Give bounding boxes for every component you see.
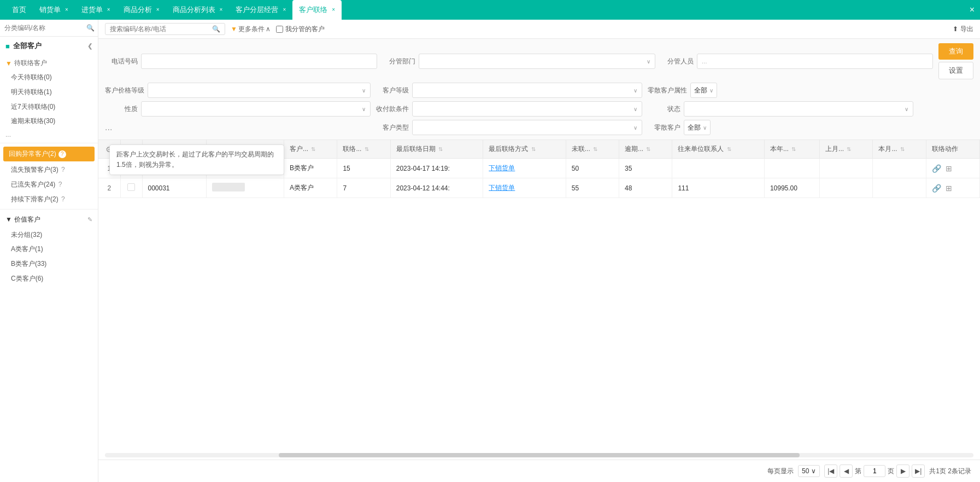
my-customers-checkbox-area[interactable]: 我分管的客户 bbox=[276, 25, 325, 34]
sort-uncontacted-icon[interactable]: ⇅ bbox=[593, 146, 597, 152]
main-layout: 🔍 ■ 全部客户 ❮ ▼ 待联络客户 今天待联络(0) 明天待联络(1) 近7天… bbox=[0, 20, 980, 482]
collapse-all-customers-icon[interactable]: ■ bbox=[5, 42, 10, 50]
last-contact-method-link-1[interactable]: 下销货单 bbox=[489, 164, 515, 172]
query-button[interactable]: 查询 bbox=[938, 43, 973, 60]
th-last-contact-method: 最后联络方式 ⇅ bbox=[483, 140, 566, 159]
sidebar-item-repurchase-abnormal[interactable]: 回购异常客户(2) ? bbox=[3, 147, 95, 161]
sidebar-item-a-class[interactable]: A类客户(1) bbox=[0, 242, 98, 257]
close-product-list-icon[interactable]: × bbox=[220, 0, 223, 20]
filter-search-icon[interactable]: 🔍 bbox=[212, 25, 220, 33]
pending-group-title[interactable]: ▼ 待联络客户 bbox=[0, 55, 98, 70]
sidebar-item-7days[interactable]: 近7天待联络(0) bbox=[0, 100, 98, 114]
action-icons-2: 🔗 ⊞ bbox=[932, 184, 974, 193]
row-2-checkbox[interactable] bbox=[127, 183, 135, 191]
close-all-tabs-button[interactable]: × bbox=[970, 5, 975, 15]
value-group-header[interactable]: ▼ 价值客户 ✎ bbox=[0, 212, 98, 228]
sidebar-item-already-lost[interactable]: 已流失客户(24) ? bbox=[0, 177, 98, 192]
export-button[interactable]: ⬆ 导出 bbox=[953, 25, 973, 34]
action-link-icon-2[interactable]: 🔗 bbox=[932, 184, 941, 193]
nav-customer-contact[interactable]: 客户联络 × bbox=[292, 0, 342, 20]
filter-payment-select[interactable]: ∨ bbox=[412, 101, 642, 117]
repurchase-info-icon[interactable]: ? bbox=[58, 150, 66, 158]
page-number-input[interactable] bbox=[864, 465, 885, 477]
td-last-contact-date-2: 2023-04-12 14:44: bbox=[390, 178, 483, 198]
action-grid-icon-2[interactable]: ⊞ bbox=[946, 184, 952, 193]
filter-search-input[interactable] bbox=[110, 25, 212, 33]
sort-last-month-icon[interactable]: ⇅ bbox=[847, 146, 851, 152]
sidebar-item-ungroup[interactable]: 未分组(32) bbox=[0, 228, 98, 242]
nav-sales[interactable]: 销货单 × bbox=[33, 0, 75, 20]
filter-more-btn[interactable]: ... bbox=[105, 123, 112, 132]
filter-sparse-customer-select[interactable]: 全部 ∨ bbox=[684, 120, 711, 135]
filter-dept-select[interactable]: ∨ bbox=[419, 54, 655, 69]
td-last-contact-method-1[interactable]: 下销货单 bbox=[483, 159, 566, 178]
last-contact-method-link-2[interactable]: 下销货单 bbox=[489, 184, 515, 191]
sort-contact-person-icon[interactable]: ⇅ bbox=[727, 146, 731, 152]
sidebar-item-today[interactable]: 今天待联络(0) bbox=[0, 70, 98, 85]
filter-phone-input-box[interactable] bbox=[141, 54, 377, 69]
close-customer-contact-icon[interactable]: × bbox=[332, 0, 335, 20]
sort-this-year-icon[interactable]: ⇅ bbox=[791, 146, 796, 152]
prev-page-button[interactable]: ◀ bbox=[840, 464, 853, 478]
nav-purchase[interactable]: 进货单 × bbox=[75, 0, 117, 20]
sort-this-month-icon[interactable]: ⇅ bbox=[900, 146, 905, 152]
fold-sidebar-icon[interactable]: ❮ bbox=[87, 43, 92, 50]
sidebar-search-icon[interactable]: 🔍 bbox=[86, 24, 95, 32]
first-page-button[interactable]: |◀ bbox=[824, 464, 837, 478]
sort-date-icon[interactable]: ⇅ bbox=[438, 146, 443, 152]
sidebar-item-overdue[interactable]: 逾期未联络(30) bbox=[0, 114, 98, 129]
content-area: 距客户上次交易时长，超过了此客户的平均交易周期的1.5倍，则视为异常。 🔍 ▼ … bbox=[98, 20, 980, 482]
nav-customer-layered[interactable]: 客户分层经营 × bbox=[229, 0, 292, 20]
name-placeholder-2 bbox=[212, 183, 245, 191]
sort-method-icon[interactable]: ⇅ bbox=[531, 146, 536, 152]
action-grid-icon-1[interactable]: ⊞ bbox=[946, 164, 952, 173]
th-overdue: 逾期... ⇅ bbox=[619, 140, 672, 159]
filter-nature-select[interactable]: ∨ bbox=[141, 101, 371, 117]
last-page-button[interactable]: ▶| bbox=[912, 464, 925, 478]
sidebar-item-c-class[interactable]: C类客户(6) bbox=[0, 271, 98, 286]
filter-customer-type-select[interactable]: ∨ bbox=[412, 120, 642, 135]
filter-price-level-select[interactable]: ∨ bbox=[148, 83, 371, 98]
filter-customer-level-select[interactable]: ∨ bbox=[412, 83, 642, 98]
nav-home[interactable]: 首页 bbox=[5, 0, 33, 20]
close-customer-layered-icon[interactable]: × bbox=[283, 0, 286, 20]
sidebar-item-b-class[interactable]: B类客户(33) bbox=[0, 257, 98, 271]
sidebar-item-lost-predicted[interactable]: 流失预警客户(3) ? bbox=[0, 162, 98, 177]
sort-overdue-icon[interactable]: ⇅ bbox=[646, 146, 650, 152]
filter-field-price-level: 客户价格等级 ∨ bbox=[105, 83, 371, 98]
close-product-analysis-icon[interactable]: × bbox=[156, 0, 160, 20]
filter-phone-input[interactable] bbox=[146, 57, 372, 65]
sidebar-item-continuous-down[interactable]: 持续下滑客户(2) ? bbox=[0, 192, 98, 207]
filter-nature-label: 性质 bbox=[105, 104, 138, 114]
more-pending-btn[interactable]: ... bbox=[0, 129, 98, 141]
filter-manager-input-box[interactable]: ... bbox=[697, 54, 933, 69]
tooltip-box: 距客户上次交易时长，超过了此客户的平均交易周期的1.5倍，则视为异常。 bbox=[109, 144, 284, 175]
td-last-contact-method-2[interactable]: 下销货单 bbox=[483, 178, 566, 198]
filter-status-select[interactable]: ∨ bbox=[684, 101, 913, 117]
scroll-thumb[interactable] bbox=[279, 453, 800, 457]
nav-product-list[interactable]: 商品分析列表 × bbox=[166, 0, 230, 20]
horizontal-scrollbar[interactable] bbox=[105, 453, 973, 457]
per-page-select[interactable]: 50 ∨ bbox=[798, 465, 820, 477]
filter-customer-type-label: 客户类型 bbox=[376, 123, 409, 132]
sort-contact-count-icon[interactable]: ⇅ bbox=[365, 146, 369, 152]
value-group-edit-icon[interactable]: ✎ bbox=[87, 216, 92, 223]
sidebar: 🔍 ■ 全部客户 ❮ ▼ 待联络客户 今天待联络(0) 明天待联络(1) 近7天… bbox=[0, 20, 98, 482]
nav-product-analysis[interactable]: 商品分析 × bbox=[117, 0, 166, 20]
filter-phone-label: 电话号码 bbox=[105, 57, 138, 66]
sort-type-icon[interactable]: ⇅ bbox=[311, 146, 315, 152]
filter-sparse-attr-select[interactable]: 全部 ∨ bbox=[690, 83, 717, 98]
sidebar-item-tomorrow[interactable]: 明天待联络(1) bbox=[0, 85, 98, 100]
next-page-button[interactable]: ▶ bbox=[896, 464, 909, 478]
th-last-month: 上月... ⇅ bbox=[820, 140, 873, 159]
close-purchase-icon[interactable]: × bbox=[107, 0, 110, 20]
my-customers-checkbox[interactable] bbox=[276, 26, 283, 33]
sidebar-search-input[interactable] bbox=[4, 24, 86, 32]
sparse-attr-chevron-icon: ∨ bbox=[709, 88, 713, 94]
filter-dept-label: 分管部门 bbox=[383, 57, 415, 66]
action-link-icon-1[interactable]: 🔗 bbox=[932, 164, 941, 173]
more-conditions-button[interactable]: ▼ 更多条件 ∧ bbox=[231, 25, 271, 34]
settings-button[interactable]: 设置 bbox=[938, 62, 973, 79]
filter-status-label: 状态 bbox=[648, 104, 680, 114]
close-sales-icon[interactable]: × bbox=[65, 0, 68, 20]
